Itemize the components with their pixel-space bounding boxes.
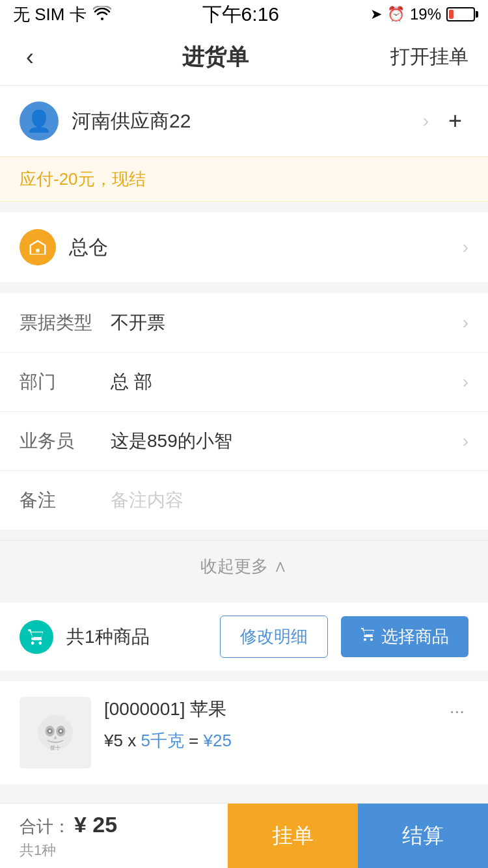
- warehouse-section: 总仓 ›: [0, 212, 488, 283]
- product-header: 共1种商品 修改明细 选择商品: [0, 603, 488, 671]
- invoice-type-label: 票据类型: [20, 310, 98, 335]
- salesperson-label: 业务员: [20, 429, 98, 454]
- unit-price: ¥5 x: [104, 731, 141, 750]
- form-section: 票据类型 不开票 › 部门 总 部 › 业务员 这是859的小智 › 备注 备注…: [0, 293, 488, 530]
- department-row[interactable]: 部门 总 部 ›: [0, 353, 488, 412]
- chevron-right-icon: ›: [463, 237, 468, 258]
- product-title: 苹果: [190, 699, 226, 719]
- status-left: 无 SIM 卡: [13, 3, 111, 26]
- select-icon: [360, 627, 376, 647]
- collapse-bar[interactable]: 收起更多 ∧: [0, 540, 488, 592]
- add-supplier-button[interactable]: +: [442, 107, 468, 135]
- chevron-right-icon: ›: [463, 312, 468, 333]
- wifi-icon: [93, 5, 111, 25]
- product-thumbnail: 督十: [20, 697, 91, 768]
- svg-text:督十: 督十: [50, 744, 61, 751]
- salesperson-value: 这是859的小智: [98, 429, 463, 454]
- cart-icon: [27, 628, 46, 646]
- salesperson-row[interactable]: 业务员 这是859的小智 ›: [0, 412, 488, 471]
- warehouse-row[interactable]: 总仓 ›: [0, 212, 488, 283]
- product-more-button[interactable]: ···: [446, 697, 468, 726]
- status-time: 下午6:16: [202, 1, 279, 28]
- carrier-text: 无 SIM 卡: [13, 3, 87, 26]
- warehouse-label: 总仓: [69, 234, 463, 261]
- chevron-right-icon: ›: [463, 372, 468, 392]
- settle-button[interactable]: 结算: [358, 804, 488, 868]
- supplier-section: 👤 河南供应商22 › + 应付-20元，现结: [0, 86, 488, 202]
- warehouse-icon-wrap: [20, 229, 56, 265]
- main-content: 👤 河南供应商22 › + 应付-20元，现结 总仓 › 票据类型 不开票 ›: [0, 86, 488, 866]
- quantity: 5千克: [141, 731, 183, 750]
- total-label: 合计：: [20, 815, 70, 838]
- invoice-type-value: 不开票: [98, 310, 463, 335]
- remark-placeholder: 备注内容: [98, 488, 468, 513]
- avatar: 👤: [20, 102, 59, 141]
- total-price: ¥25: [204, 731, 232, 750]
- nav-bar: ‹ 进货单 打开挂单: [0, 29, 488, 86]
- supplier-name: 河南供应商22: [72, 108, 423, 135]
- product-price: ¥5 x 5千克 = ¥25: [104, 729, 433, 752]
- svg-point-6: [60, 730, 62, 733]
- remark-row[interactable]: 备注 备注内容: [0, 471, 488, 530]
- total-amount-row: 合计： ¥ 25: [20, 812, 208, 838]
- battery-percent: 19%: [410, 5, 441, 23]
- chevron-right-icon: ›: [463, 431, 468, 452]
- remark-label: 备注: [20, 488, 98, 513]
- owl-logo: 督十: [36, 713, 75, 752]
- open-pending-button[interactable]: 打开挂单: [390, 44, 468, 70]
- status-right: ➤ ⏰ 19%: [370, 5, 475, 23]
- supplier-row[interactable]: 👤 河南供应商22 › +: [0, 86, 488, 157]
- page-title: 进货单: [182, 42, 249, 72]
- product-icon: [20, 620, 53, 654]
- hang-order-button[interactable]: 挂单: [228, 804, 358, 868]
- department-value: 总 部: [98, 370, 463, 394]
- invoice-type-row[interactable]: 票据类型 不开票 ›: [0, 293, 488, 353]
- total-count: 共1种: [20, 841, 208, 860]
- total-section: 合计： ¥ 25 共1种: [0, 804, 228, 868]
- product-item: 督十 [0000001] 苹果 ¥5 x 5千克 = ¥25 ···: [0, 681, 488, 784]
- bottom-bar: 合计： ¥ 25 共1种 挂单 结算: [0, 803, 488, 868]
- select-product-label: 选择商品: [381, 625, 449, 648]
- status-bar: 无 SIM 卡 下午6:16 ➤ ⏰ 19%: [0, 0, 488, 29]
- product-count: 共1种商品: [66, 625, 207, 649]
- back-button[interactable]: ‹: [20, 37, 40, 77]
- product-name: [0000001] 苹果: [104, 697, 433, 722]
- equals: =: [189, 731, 203, 750]
- warehouse-icon: [28, 237, 47, 257]
- total-value: ¥ 25: [74, 812, 117, 837]
- battery-icon: [446, 7, 475, 21]
- notice-bar: 应付-20元，现结: [0, 157, 488, 202]
- location-icon: ➤: [370, 6, 382, 23]
- svg-point-5: [49, 730, 51, 733]
- department-label: 部门: [20, 370, 98, 394]
- product-code: [0000001]: [104, 699, 190, 719]
- chevron-right-icon: ›: [423, 111, 429, 131]
- select-product-button[interactable]: 选择商品: [341, 616, 468, 657]
- edit-detail-button[interactable]: 修改明细: [220, 616, 328, 658]
- product-info: [0000001] 苹果 ¥5 x 5千克 = ¥25: [104, 697, 433, 752]
- alarm-icon: ⏰: [387, 6, 405, 23]
